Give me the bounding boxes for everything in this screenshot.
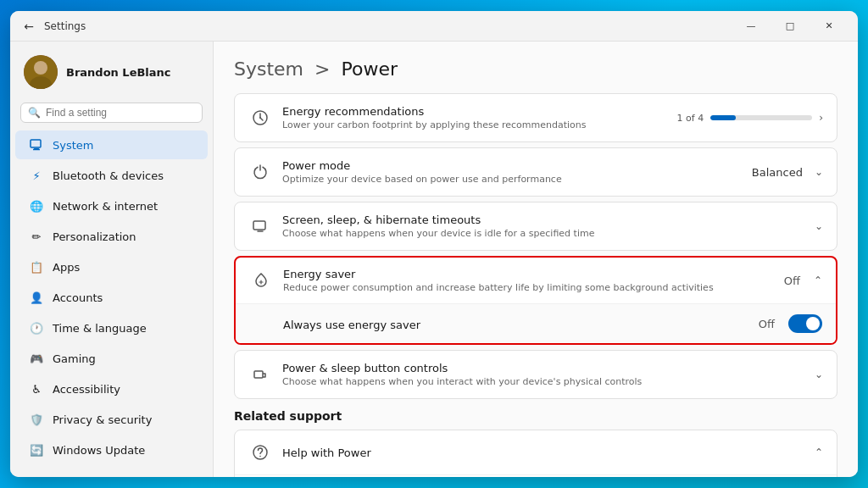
svg-point-7 [259, 117, 261, 119]
help-icon [248, 441, 272, 464]
energy-recommendations-card: Energy recommendations Lower your carbon… [234, 93, 837, 142]
svg-rect-3 [31, 140, 41, 147]
user-name: Brandon LeBlanc [66, 66, 171, 79]
energy-recommendations-icon [248, 106, 272, 130]
power-sleep-button-text: Power & sleep button controls Choose wha… [282, 362, 815, 387]
energy-saver-text: Energy saver Reduce power consumption an… [283, 268, 784, 293]
power-mode-card: Power mode Optimize your device based on… [234, 147, 837, 197]
sidebar-item-system[interactable]: System [15, 130, 208, 159]
system-icon [29, 137, 44, 152]
energy-recommendations-desc: Lower your carbon footprint by applying … [282, 119, 677, 130]
screen-sleep-desc: Choose what happens when your device is … [282, 228, 815, 239]
main-content: System > Power Energy recommendatio [214, 42, 858, 477]
sidebar-item-label: Network & internet [53, 200, 158, 213]
screen-sleep-action: ⌄ [815, 220, 823, 232]
svg-rect-9 [254, 371, 263, 378]
help-with-power-header[interactable]: Help with Power ⌃ [235, 430, 837, 475]
power-sleep-button-row[interactable]: Power & sleep button controls Choose wha… [235, 351, 837, 398]
toggle-knob [806, 317, 820, 330]
titlebar: ← Settings — □ ✕ [10, 11, 858, 42]
accounts-icon: 👤 [29, 290, 44, 305]
breadcrumb-separator: > [314, 58, 336, 80]
progress-bar-fill [710, 115, 736, 120]
power-sleep-button-desc: Choose what happens when you interact wi… [282, 376, 815, 387]
privacy-icon: 🛡️ [29, 412, 44, 427]
sidebar-item-bluetooth[interactable]: ⚡ Bluetooth & devices [15, 161, 208, 190]
sidebar-item-apps[interactable]: 📋 Apps [15, 252, 208, 281]
energy-saver-state-label: Off [784, 274, 800, 287]
screen-sleep-icon [248, 214, 272, 238]
energy-recommendations-row[interactable]: Energy recommendations Lower your carbon… [235, 94, 837, 141]
sidebar-item-accounts[interactable]: 👤 Accounts [15, 283, 208, 312]
power-sleep-button-title: Power & sleep button controls [282, 362, 815, 374]
help-with-power-card: Help with Power ⌃ Adjusting power and sl… [234, 430, 837, 477]
search-box[interactable]: 🔍 [20, 103, 203, 123]
window-title: Settings [44, 20, 86, 32]
power-sleep-button-icon [248, 363, 272, 386]
chevron-down-icon[interactable]: ⌄ [815, 166, 823, 178]
energy-recommendations-action: 1 of 4 › [677, 112, 823, 124]
content-area: Brandon LeBlanc 🔍 System ⚡ Bl [10, 42, 858, 477]
avatar [24, 55, 58, 89]
power-mode-title: Power mode [282, 159, 752, 172]
search-input[interactable] [46, 107, 195, 119]
sidebar-item-label: Windows Update [53, 444, 145, 457]
page-header: System > Power [234, 58, 837, 80]
chevron-down-icon[interactable]: ⌄ [815, 220, 823, 232]
bluetooth-icon: ⚡ [29, 168, 44, 183]
power-mode-row[interactable]: Power mode Optimize your device based on… [235, 148, 837, 196]
help-with-power-title: Help with Power [282, 446, 815, 459]
progress-container: 1 of 4 [677, 113, 813, 124]
sidebar-item-privacy[interactable]: 🛡️ Privacy & security [15, 405, 208, 434]
user-section: Brandon LeBlanc [10, 48, 213, 99]
svg-point-11 [259, 456, 261, 458]
energy-saver-icon [249, 269, 273, 292]
chevron-up-icon[interactable]: ⌃ [814, 274, 822, 286]
personalization-icon: ✏️ [29, 229, 44, 244]
settings-window: ← Settings — □ ✕ Brandon LeBlanc [10, 11, 858, 477]
windows-update-icon: 🔄 [29, 442, 44, 458]
always-use-energy-saver-action: Off [759, 314, 822, 333]
always-use-energy-saver-text: Always use energy saver [283, 319, 420, 331]
apps-icon: 📋 [29, 259, 44, 274]
sidebar-item-label: Accessibility [53, 383, 120, 396]
sidebar-item-network[interactable]: 🌐 Network & internet [15, 191, 208, 220]
power-mode-value: Balanced [752, 166, 803, 179]
chevron-down-icon[interactable]: ⌄ [815, 369, 823, 380]
sidebar-item-accessibility[interactable]: ♿ Accessibility [15, 374, 208, 403]
progress-bar-background [710, 115, 812, 120]
energy-saver-sub: Always use energy saver Off [236, 304, 836, 343]
energy-saver-toggle[interactable] [788, 314, 822, 333]
sidebar-item-gaming[interactable]: 🎮 Gaming [15, 344, 208, 373]
sidebar-item-label: Accounts [53, 291, 103, 304]
close-button[interactable]: ✕ [810, 13, 848, 40]
chevron-right-icon[interactable]: › [819, 112, 823, 124]
sidebar-item-label: Personalization [53, 230, 136, 243]
sidebar-item-time[interactable]: 🕐 Time & language [15, 313, 208, 342]
sidebar-item-label: Gaming [53, 352, 96, 365]
breadcrumb-current: Power [341, 58, 398, 80]
sidebar-item-label: Bluetooth & devices [53, 169, 164, 182]
svg-point-1 [34, 61, 47, 75]
minimize-button[interactable]: — [732, 13, 770, 40]
sidebar-item-label: Time & language [53, 322, 147, 335]
maximize-button[interactable]: □ [771, 13, 809, 40]
support-links: Adjusting power and sleep settings Lock … [235, 475, 837, 477]
chevron-up-icon[interactable]: ⌃ [815, 446, 823, 458]
energy-saver-card: Energy saver Reduce power consumption an… [234, 256, 837, 345]
energy-saver-action: Off ⌃ [784, 274, 822, 287]
sidebar-item-label: System [53, 139, 93, 152]
power-sleep-button-action: ⌄ [815, 369, 823, 380]
accessibility-icon: ♿ [29, 381, 44, 396]
screen-sleep-text: Screen, sleep, & hibernate timeouts Choo… [282, 214, 815, 239]
back-button[interactable]: ← [20, 18, 37, 35]
energy-saver-header[interactable]: Energy saver Reduce power consumption an… [236, 258, 836, 304]
power-mode-text: Power mode Optimize your device based on… [282, 159, 752, 185]
screen-sleep-card: Screen, sleep, & hibernate timeouts Choo… [234, 202, 837, 251]
sidebar-item-windows-update[interactable]: 🔄 Windows Update [15, 435, 208, 464]
progress-text: 1 of 4 [677, 113, 704, 124]
screen-sleep-row[interactable]: Screen, sleep, & hibernate timeouts Choo… [235, 202, 837, 250]
sidebar-item-personalization[interactable]: ✏️ Personalization [15, 222, 208, 251]
gaming-icon: 🎮 [29, 351, 44, 366]
network-icon: 🌐 [29, 198, 44, 214]
